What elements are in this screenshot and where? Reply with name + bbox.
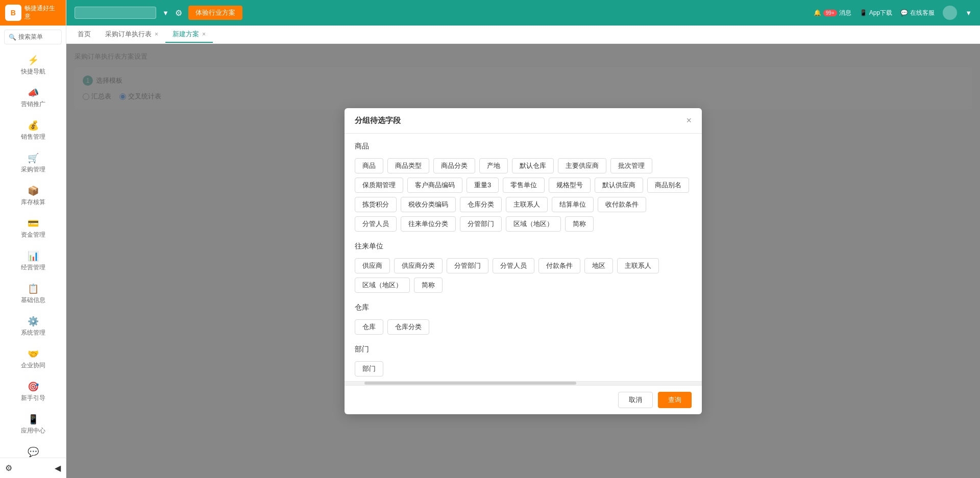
search-menu-button[interactable]: 🔍 搜索菜单 xyxy=(4,30,62,44)
warehouse-field-tags: 仓库仓库分类 xyxy=(355,319,692,335)
tab-new-plan[interactable]: 新建方案 × xyxy=(165,27,213,43)
online-service-item[interactable]: 💬 在线客服 xyxy=(900,9,935,17)
field-tag[interactable]: 仓库分类 xyxy=(460,197,502,212)
app-center-icon: 📱 xyxy=(28,414,39,425)
marketing-icon: 📣 xyxy=(28,87,39,98)
confirm-button[interactable]: 查询 xyxy=(658,392,692,408)
field-tag[interactable]: 零售单位 xyxy=(503,178,545,193)
tab-home[interactable]: 首页 xyxy=(70,27,98,43)
base-info-icon: 📋 xyxy=(28,283,39,294)
field-tag[interactable]: 供应商 xyxy=(355,258,390,273)
sidebar-item-guide[interactable]: 🎯 新手引导 xyxy=(2,376,64,408)
sidebar-settings-icon[interactable]: ⚙ xyxy=(5,463,12,473)
tab-purchase-exec-label: 采购订单执行表 xyxy=(105,30,152,39)
field-tag[interactable]: 默认供应商 xyxy=(595,178,643,193)
field-tag[interactable]: 重量3 xyxy=(467,178,499,193)
app-download-item[interactable]: 📱 App下载 xyxy=(860,9,892,17)
field-tag[interactable]: 分管人员 xyxy=(493,258,534,273)
sidebar-item-finance[interactable]: 💳 资金管理 xyxy=(2,213,64,244)
department-field-tags: 部门 xyxy=(355,361,692,376)
online-service-label: 在线客服 xyxy=(910,9,935,17)
field-tag[interactable]: 区域（地区） xyxy=(506,216,561,232)
field-tag[interactable]: 客户商品编码 xyxy=(407,178,462,193)
field-tag[interactable]: 主要供应商 xyxy=(558,158,606,173)
field-tag[interactable]: 简称 xyxy=(414,278,443,293)
modal-close-button[interactable]: × xyxy=(686,115,692,126)
sidebar-item-corp-wechat[interactable]: 💬 企业微信 xyxy=(2,441,64,458)
sidebar-item-marketing[interactable]: 📣 营销推广 xyxy=(2,82,64,114)
enterprise-label: 企业协同 xyxy=(21,361,45,370)
sidebar-item-sales[interactable]: 💰 销售管理 xyxy=(2,115,64,146)
purchase-icon: 🛒 xyxy=(28,153,39,164)
user-dropdown-icon[interactable]: ▼ xyxy=(965,9,972,17)
field-tag[interactable]: 主联系人 xyxy=(617,258,659,273)
field-tag[interactable]: 分管部门 xyxy=(447,258,488,273)
warehouse-section-title: 仓库 xyxy=(355,303,692,314)
field-tag[interactable]: 分管部门 xyxy=(460,216,502,232)
field-tag[interactable]: 默认仓库 xyxy=(512,158,554,173)
goods-field-tags: 商品商品类型商品分类产地默认仓库主要供应商批次管理保质期管理客户商品编码重量3零… xyxy=(355,158,692,232)
field-tag[interactable]: 主联系人 xyxy=(506,197,548,212)
sidebar-nav: ⚡ 快捷导航 📣 营销推广 💰 销售管理 🛒 采购管理 📦 库存核算 💳 xyxy=(0,48,66,458)
header-search-input[interactable] xyxy=(75,7,156,19)
field-tag[interactable]: 分管人员 xyxy=(355,216,397,232)
sidebar-item-operations[interactable]: 📊 经营管理 xyxy=(2,245,64,277)
field-tag[interactable]: 供应商分类 xyxy=(394,258,443,273)
header-settings-icon[interactable]: ⚙ xyxy=(175,8,182,18)
field-tag[interactable]: 商品别名 xyxy=(647,178,689,193)
notification-item[interactable]: 🔔 99+ 消息 xyxy=(814,9,851,17)
field-tag[interactable]: 结算单位 xyxy=(552,197,594,212)
field-tag[interactable]: 简称 xyxy=(565,216,594,232)
sidebar-logo: B 畅捷通好生意 xyxy=(0,0,66,26)
field-tag[interactable]: 保质期管理 xyxy=(355,178,403,193)
logo-icon: B xyxy=(5,5,21,21)
system-label: 系统管理 xyxy=(21,329,45,337)
field-tag[interactable]: 商品类型 xyxy=(387,158,429,173)
notification-label: 消息 xyxy=(839,9,851,17)
sidebar: B 畅捷通好生意 🔍 搜索菜单 ⚡ 快捷导航 📣 营销推广 💰 销售管理 xyxy=(0,0,66,478)
experience-btn[interactable]: 体验行业方案 xyxy=(188,6,242,20)
operations-icon: 📊 xyxy=(28,250,39,262)
modal-hscroll-thumb xyxy=(364,382,576,385)
content-area: 采购订单执行表方案设置 1 选择模板 汇总表 交叉统计表 xyxy=(66,44,980,478)
field-tag[interactable]: 收付款条件 xyxy=(598,197,646,212)
field-tag[interactable]: 税收分类编码 xyxy=(401,197,456,212)
header-dropdown-arrow[interactable]: ▼ xyxy=(162,9,169,17)
field-tag[interactable]: 区域（地区） xyxy=(355,278,410,293)
operations-label: 经营管理 xyxy=(21,263,45,272)
field-section-goods: 商品 商品商品类型商品分类产地默认仓库主要供应商批次管理保质期管理客户商品编码重… xyxy=(355,142,692,232)
field-tag[interactable]: 往来单位分类 xyxy=(401,216,456,232)
partner-section-title: 往来单位 xyxy=(355,242,692,253)
sidebar-item-system[interactable]: ⚙️ 系统管理 xyxy=(2,311,64,342)
marketing-label: 营销推广 xyxy=(21,100,45,109)
field-tag[interactable]: 地区 xyxy=(584,258,613,273)
sidebar-collapse-icon[interactable]: ◀ xyxy=(55,463,61,473)
tab-purchase-exec-close[interactable]: × xyxy=(155,31,158,38)
tab-new-plan-close[interactable]: × xyxy=(202,31,206,38)
sidebar-search-area: 🔍 搜索菜单 xyxy=(0,26,66,48)
field-tag[interactable]: 商品分类 xyxy=(433,158,475,173)
field-tag[interactable]: 拣货积分 xyxy=(355,197,397,212)
tab-purchase-exec[interactable]: 采购订单执行表 × xyxy=(98,27,165,43)
sidebar-item-inventory[interactable]: 📦 库存核算 xyxy=(2,180,64,212)
header-left: ▼ ⚙ 体验行业方案 xyxy=(75,6,242,20)
search-icon: 🔍 xyxy=(9,34,16,41)
sidebar-item-app-center[interactable]: 📱 应用中心 xyxy=(2,409,64,440)
field-tag[interactable]: 规格型号 xyxy=(549,178,591,193)
modal-horizontal-scrollbar[interactable] xyxy=(345,381,702,385)
modal-title: 分组待选字段 xyxy=(355,116,401,125)
modal-header: 分组待选字段 × xyxy=(345,108,702,134)
sidebar-item-purchase[interactable]: 🛒 采购管理 xyxy=(2,147,64,179)
field-tag[interactable]: 仓库 xyxy=(355,319,383,335)
sidebar-item-quick-nav[interactable]: ⚡ 快捷导航 xyxy=(2,49,64,81)
sidebar-item-enterprise[interactable]: 🤝 企业协同 xyxy=(2,343,64,375)
sidebar-item-base-info[interactable]: 📋 基础信息 xyxy=(2,278,64,310)
cancel-button[interactable]: 取消 xyxy=(618,392,653,408)
field-tag[interactable]: 仓库分类 xyxy=(387,319,429,335)
field-tag[interactable]: 产地 xyxy=(479,158,508,173)
field-tag[interactable]: 批次管理 xyxy=(610,158,652,173)
user-avatar[interactable] xyxy=(943,6,957,20)
field-tag[interactable]: 商品 xyxy=(355,158,383,173)
field-tag[interactable]: 部门 xyxy=(355,361,383,376)
field-tag[interactable]: 付款条件 xyxy=(538,258,580,273)
